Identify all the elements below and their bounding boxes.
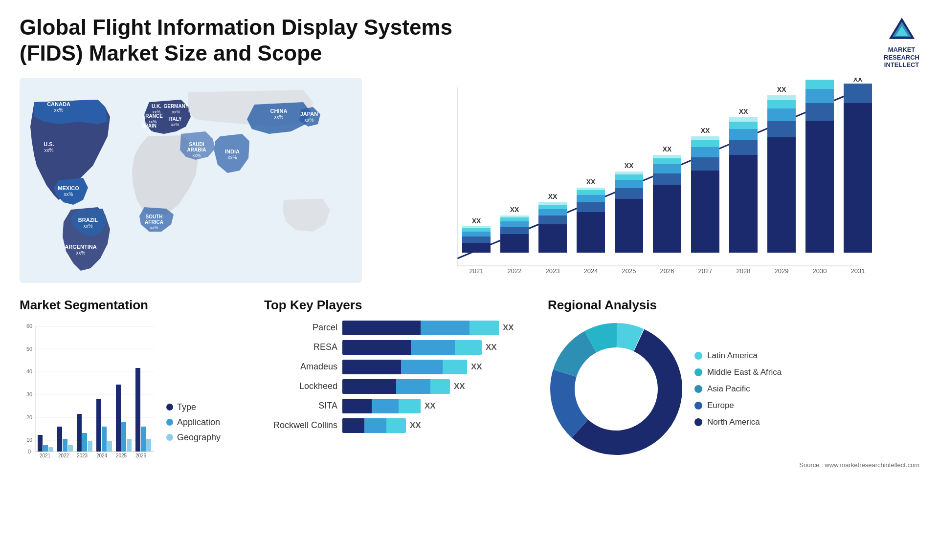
page-title: Global Flight Information Display System… xyxy=(20,15,460,66)
svg-rect-85 xyxy=(729,122,758,129)
player-row-parcel: Parcel XX xyxy=(264,321,538,335)
segmentation-legend: Type Application Geography xyxy=(166,402,221,457)
svg-rect-90 xyxy=(767,108,796,121)
segmentation-svg: 60 50 40 30 20 10 0 xyxy=(20,321,156,457)
svg-text:ARABIA: ARABIA xyxy=(187,147,206,152)
player-val-parcel: XX xyxy=(503,323,514,333)
svg-text:BRAZIL: BRAZIL xyxy=(78,217,98,223)
legend-dot-application xyxy=(166,419,173,426)
player-name-amadeus: Amadeus xyxy=(264,362,337,372)
svg-rect-79 xyxy=(691,140,719,147)
svg-rect-62 xyxy=(577,188,605,190)
svg-rect-48 xyxy=(500,221,529,227)
svg-text:ITALY: ITALY xyxy=(168,116,182,122)
svg-text:xx%: xx% xyxy=(64,192,73,197)
player-val-amadeus: XX xyxy=(471,362,482,372)
svg-text:xx%: xx% xyxy=(228,155,237,160)
svg-rect-47 xyxy=(500,227,529,234)
svg-text:XX: XX xyxy=(625,162,634,170)
players-list: Parcel XX RESA xyxy=(264,321,538,433)
growth-chart: XX XX XX xyxy=(377,78,919,283)
svg-rect-61 xyxy=(577,190,605,195)
reg-legend-north-america: North America xyxy=(694,417,782,427)
regional-wrapper: Latin America Middle East & Africa Asia … xyxy=(548,321,919,457)
svg-text:SPAIN: SPAIN xyxy=(142,123,156,129)
svg-text:2023: 2023 xyxy=(546,267,560,275)
svg-rect-146 xyxy=(121,422,126,452)
reg-label-latin-america: Latin America xyxy=(707,351,758,361)
svg-rect-43 xyxy=(462,228,491,232)
segmentation-chart-wrapper: 60 50 40 30 20 10 0 xyxy=(20,321,254,457)
logo-icon xyxy=(885,15,919,44)
svg-text:2024: 2024 xyxy=(96,453,108,457)
svg-rect-149 xyxy=(135,368,140,452)
player-row-sita: SITA XX xyxy=(264,399,538,413)
svg-text:AFRICA: AFRICA xyxy=(145,219,163,225)
player-row-lockheed: Lockheed XX xyxy=(264,379,538,394)
player-bar-wrap-sita: XX xyxy=(342,399,538,413)
svg-rect-41 xyxy=(462,237,491,243)
player-bar-sita xyxy=(342,399,421,413)
svg-rect-151 xyxy=(146,439,151,452)
svg-rect-44 xyxy=(462,226,491,228)
svg-rect-94 xyxy=(805,121,834,253)
svg-point-158 xyxy=(587,360,646,418)
segmentation-title: Market Segmentation xyxy=(20,298,254,313)
svg-rect-52 xyxy=(538,224,567,253)
player-name-rockwell: Rockwell Collins xyxy=(264,420,337,431)
regional-title: Regional Analysis xyxy=(548,298,919,313)
svg-rect-60 xyxy=(577,195,605,202)
svg-rect-83 xyxy=(729,140,758,155)
donut-svg xyxy=(548,321,685,457)
svg-text:XX: XX xyxy=(815,78,825,79)
regional-section: Regional Analysis xyxy=(548,298,919,513)
svg-rect-129 xyxy=(38,435,43,452)
reg-label-north-america: North America xyxy=(707,417,760,427)
svg-text:2027: 2027 xyxy=(698,267,713,275)
key-players-section: Top Key Players Parcel XX xyxy=(264,298,538,513)
legend-label-geography: Geography xyxy=(177,432,221,443)
svg-rect-150 xyxy=(141,427,146,452)
svg-text:INDIA: INDIA xyxy=(225,149,240,154)
svg-text:XX: XX xyxy=(701,127,710,134)
legend-dot-type xyxy=(166,404,173,410)
player-row-rockwell: Rockwell Collins XX xyxy=(264,418,538,433)
reg-dot-asia-pacific xyxy=(694,385,702,393)
svg-rect-138 xyxy=(82,433,87,452)
legend-label-application: Application xyxy=(177,417,220,428)
player-bar-parcel xyxy=(342,321,499,335)
svg-text:XX: XX xyxy=(853,78,863,83)
svg-text:2030: 2030 xyxy=(813,267,827,275)
svg-rect-54 xyxy=(538,209,567,215)
player-bar-lockheed xyxy=(342,379,450,394)
svg-rect-70 xyxy=(653,185,681,253)
svg-text:xx%: xx% xyxy=(274,114,284,120)
svg-text:XX: XX xyxy=(510,206,519,214)
svg-text:2023: 2023 xyxy=(77,453,88,457)
svg-text:GERMANY: GERMANY xyxy=(163,104,188,109)
svg-text:FRANCE: FRANCE xyxy=(142,113,163,119)
svg-rect-95 xyxy=(805,103,834,121)
svg-rect-134 xyxy=(63,439,67,452)
svg-text:XX: XX xyxy=(548,193,558,200)
svg-rect-73 xyxy=(653,158,681,164)
player-bar-wrap-lockheed: XX xyxy=(342,379,538,394)
player-name-parcel: Parcel xyxy=(264,323,337,333)
logo: MARKETRESEARCHINTELLECT xyxy=(884,15,919,69)
svg-rect-139 xyxy=(88,441,92,452)
map-svg: CANADA xx% U.S. xx% MEXICO xx% BRAZIL xx… xyxy=(20,78,362,283)
svg-text:SAUDI: SAUDI xyxy=(189,142,204,147)
svg-text:2025: 2025 xyxy=(116,453,127,457)
player-name-resa: RESA xyxy=(264,342,337,352)
svg-rect-77 xyxy=(691,157,719,171)
svg-text:XX: XX xyxy=(586,178,596,186)
legend-item-type: Type xyxy=(166,402,221,412)
svg-text:2024: 2024 xyxy=(584,267,598,275)
reg-dot-latin-america xyxy=(694,352,702,360)
svg-rect-68 xyxy=(615,172,643,174)
svg-rect-142 xyxy=(102,427,107,452)
player-name-sita: SITA xyxy=(264,401,337,411)
svg-rect-130 xyxy=(43,445,48,452)
legend-item-application: Application xyxy=(166,417,221,428)
player-bar-amadeus xyxy=(342,360,467,374)
